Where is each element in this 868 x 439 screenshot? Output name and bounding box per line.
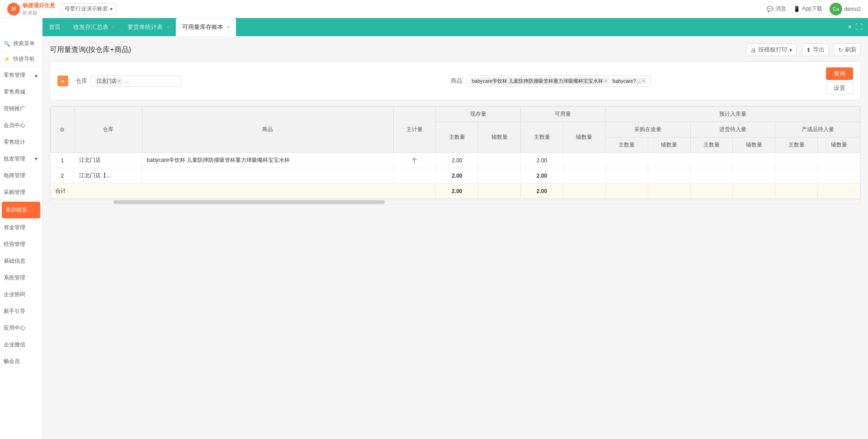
tab-close-all-icon[interactable]: × bbox=[848, 23, 852, 31]
close-icon-3[interactable]: × bbox=[227, 24, 230, 30]
print-template-button[interactable]: 🖨 按模板打印 ▾ bbox=[746, 43, 797, 56]
app-icon: 📱 bbox=[793, 6, 800, 12]
app-download-button[interactable]: 📱 App下载 bbox=[793, 5, 822, 13]
row2-avail-main: 2.00 bbox=[521, 168, 563, 184]
total-pt-main bbox=[605, 184, 648, 199]
sidebar-item-finance[interactable]: 资金管理 bbox=[0, 219, 42, 236]
row1-fin-aux bbox=[818, 153, 860, 168]
setting-button[interactable]: 设置 bbox=[826, 82, 853, 94]
total-avail-aux bbox=[563, 184, 605, 199]
th-incoming: 进货待入量 bbox=[690, 122, 775, 137]
query-button[interactable]: 查询 bbox=[826, 67, 853, 80]
total-pt-aux bbox=[648, 184, 690, 199]
filter-area: » 仓库 江北门店 × … 商品 babycare学饮杯 儿童防摔防撞吸管杯重力… bbox=[50, 61, 861, 100]
tab-bar: 首页 收发存汇总表 × 要货单统计表 × 可用量库存账本 × × ⛶ bbox=[42, 18, 868, 36]
scroll-thumb[interactable] bbox=[113, 200, 385, 204]
total-inc-main bbox=[690, 184, 733, 199]
top-bar-right: 💬 消息 📱 App下载 Ea demo2 bbox=[767, 3, 861, 15]
row2-avail-aux bbox=[563, 168, 605, 184]
message-icon: 💬 bbox=[767, 6, 774, 12]
sidebar-item-newbie[interactable]: 新手引导 bbox=[0, 303, 42, 320]
search-label: 搜索菜单 bbox=[13, 40, 35, 47]
refresh-button[interactable]: ↻ 刷新 bbox=[834, 43, 861, 56]
row2-unit bbox=[393, 168, 436, 184]
remove-product-1-icon[interactable]: × bbox=[604, 79, 607, 84]
close-icon-2[interactable]: × bbox=[166, 24, 169, 30]
row2-inc-main bbox=[690, 168, 733, 184]
row1-pt-aux bbox=[648, 153, 690, 168]
tab-available-inventory[interactable]: 可用量库存账本 × bbox=[176, 18, 236, 36]
sidebar-item-marketing[interactable]: 营销推广 bbox=[0, 100, 42, 117]
sidebar-item-inventory[interactable]: 库存核算 bbox=[2, 202, 40, 218]
tab-receive-send[interactable]: 收发存汇总表 × bbox=[67, 18, 121, 36]
warehouse-tag: 江北门店 × bbox=[95, 77, 123, 85]
row2-pt-main bbox=[605, 168, 648, 184]
row1-stock-aux bbox=[478, 153, 521, 168]
sidebar-item-basic-info[interactable]: 基础信息 bbox=[0, 253, 42, 269]
account-label: 母婴行业演示账套 bbox=[65, 5, 108, 13]
sidebar-item-enterprise[interactable]: 企业协同 bbox=[0, 286, 42, 303]
tab-available-inventory-label: 可用量库存账本 bbox=[182, 23, 223, 31]
th-finished: 产成品待入量 bbox=[775, 122, 860, 137]
th-stock-main: 主数量 bbox=[436, 122, 478, 153]
warehouse-label: 仓库 bbox=[75, 77, 87, 85]
tab-home[interactable]: 首页 bbox=[42, 18, 67, 36]
tab-expand-icon[interactable]: ⛶ bbox=[855, 23, 863, 31]
user-profile[interactable]: Ea demo2 bbox=[830, 3, 861, 15]
sidebar-item-app-center[interactable]: 应用中心 bbox=[0, 320, 42, 336]
sidebar: 🔍 搜索菜单 ⚡ 快捷导航 零售管理 ▲ 零售商城 营销推广 会员中心 零售统计… bbox=[0, 0, 42, 439]
tab-receive-send-label: 收发存汇总表 bbox=[73, 23, 108, 31]
remove-warehouse-icon[interactable]: × bbox=[118, 79, 121, 84]
warehouse-input[interactable]: 江北门店 × … bbox=[91, 76, 181, 87]
table-container: ⚙ 仓库 商品 主计量 现存量 可用量 预计入库量 主数量 辅数量 主数量 辅数… bbox=[50, 106, 861, 205]
sidebar-item-wholesale[interactable]: 批发管理 ▼ bbox=[0, 151, 42, 167]
chevron-down-icon-2: ▾ bbox=[789, 47, 793, 53]
row2-inc-aux bbox=[733, 168, 775, 184]
export-icon: ⬆ bbox=[806, 47, 811, 53]
sidebar-item-retail-store[interactable]: 零售商城 bbox=[0, 84, 42, 100]
sidebar-item-member-vip[interactable]: 畅会员 bbox=[0, 353, 42, 370]
th-product: 商品 bbox=[142, 107, 393, 153]
row1-pt-main bbox=[605, 153, 648, 168]
th-pt-aux: 辅数量 bbox=[648, 137, 690, 153]
row2-fin-main bbox=[775, 168, 818, 184]
product-tag-1: babycare学饮杯 儿童防摔防撞吸管杯重力球吸嘴杯宝宝水杯 × bbox=[470, 77, 609, 85]
close-icon[interactable]: × bbox=[112, 24, 115, 30]
table-settings-icon[interactable]: ⚙ bbox=[51, 107, 75, 153]
th-stock: 现存量 bbox=[436, 107, 521, 122]
remove-product-2-icon[interactable]: × bbox=[642, 79, 645, 84]
th-purchase-transit: 采购在途量 bbox=[605, 122, 690, 137]
tab-bar-actions: × ⛶ bbox=[848, 23, 868, 31]
refresh-icon: ↻ bbox=[838, 47, 843, 53]
logo-area: 好 畅捷通好生意 标准版 bbox=[7, 2, 55, 16]
account-dropdown[interactable]: 母婴行业演示账套 ▾ bbox=[61, 3, 117, 14]
sidebar-item-system[interactable]: 系统管理 bbox=[0, 269, 42, 286]
sidebar-item-wecom[interactable]: 企业微信 bbox=[0, 336, 42, 353]
sidebar-search[interactable]: 🔍 搜索菜单 bbox=[0, 36, 42, 52]
th-unit: 主计量 bbox=[393, 107, 436, 153]
th-avail-main: 主数量 bbox=[521, 122, 563, 153]
quick-nav[interactable]: ⚡ 快捷导航 bbox=[0, 52, 42, 67]
export-button[interactable]: ⬆ 导出 bbox=[802, 43, 829, 56]
tab-order-stats[interactable]: 要货单统计表 × bbox=[121, 18, 175, 36]
message-button[interactable]: 💬 消息 bbox=[767, 5, 786, 13]
page-title: 可用量查询(按仓库+商品) bbox=[50, 45, 131, 55]
warehouse-more[interactable]: … bbox=[124, 78, 130, 84]
avatar: Ea bbox=[830, 3, 842, 15]
sidebar-item-retail-mgmt[interactable]: 零售管理 ▲ bbox=[0, 67, 42, 84]
sidebar-item-purchase[interactable]: 采购管理 bbox=[0, 184, 42, 201]
product-input[interactable]: babycare学饮杯 儿童防摔防撞吸管杯重力球吸嘴杯宝宝水杯 × babyca… bbox=[466, 76, 651, 87]
table-footer-row: 合计 2.00 2.00 bbox=[51, 184, 860, 199]
filter-expand-button[interactable]: » bbox=[57, 76, 68, 86]
product-label: 商品 bbox=[451, 77, 462, 85]
total-inc-aux bbox=[733, 184, 775, 199]
th-stock-aux: 辅数量 bbox=[478, 122, 521, 153]
sidebar-item-ecommerce[interactable]: 电商管理 bbox=[0, 167, 42, 184]
sidebar-item-member[interactable]: 会员中心 bbox=[0, 117, 42, 134]
sidebar-item-operations[interactable]: 经营管理 bbox=[0, 236, 42, 253]
tab-home-label: 首页 bbox=[49, 23, 61, 31]
th-fin-aux: 辅数量 bbox=[818, 137, 860, 153]
scrollbar[interactable] bbox=[50, 199, 860, 204]
sidebar-item-retail-stats[interactable]: 零售统计 bbox=[0, 134, 42, 151]
total-fin-main bbox=[775, 184, 818, 199]
